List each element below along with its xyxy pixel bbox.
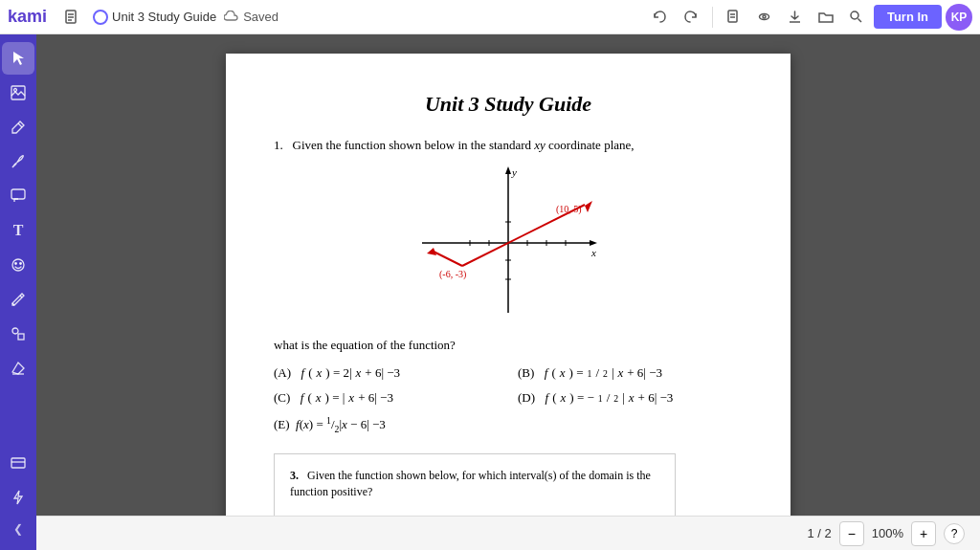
svg-point-17 <box>15 263 17 265</box>
svg-marker-27 <box>505 166 511 174</box>
help-btn[interactable]: ? <box>944 523 965 544</box>
svg-marker-33 <box>427 248 436 255</box>
question-1-text: 1. Given the function shown below in the… <box>274 136 743 155</box>
sidebar-item-pencil[interactable] <box>2 283 34 316</box>
svg-point-16 <box>12 259 24 271</box>
sidebar-item-gallery[interactable] <box>2 77 34 109</box>
svg-line-11 <box>858 19 862 23</box>
answer-c: (C) f(x) = |x + 6| −3 <box>274 390 499 406</box>
saved-status: Saved <box>224 10 278 24</box>
doc-name-container: Unit 3 Study Guide <box>93 10 216 25</box>
question-1-sub: what is the equation of the function? <box>274 336 743 355</box>
svg-rect-23 <box>11 458 25 468</box>
sidebar-item-shapes[interactable] <box>2 318 34 350</box>
doc-area: Unit 3 Study Guide 1. Given the function… <box>36 34 980 550</box>
svg-point-13 <box>14 89 17 92</box>
saved-label-text: Saved <box>243 10 278 24</box>
question-1-body: Given the function shown below in the st… <box>286 138 635 152</box>
answer-a: (A) f(x) = 2|x + 6| −3 <box>274 365 499 381</box>
page-title: Unit 3 Study Guide <box>274 92 743 117</box>
sidebar-item-cursor[interactable] <box>2 42 34 75</box>
sidebar-item-pen[interactable] <box>2 145 34 178</box>
topbar: kami Unit 3 Study Guide Saved <box>0 0 980 34</box>
cloud-icon <box>224 11 239 24</box>
svg-text:y: y <box>511 166 517 178</box>
redo-btn[interactable] <box>678 4 704 31</box>
zoom-level: 100% <box>872 526 903 540</box>
svg-point-20 <box>12 328 18 334</box>
sidebar-item-emoji[interactable] <box>2 249 34 281</box>
zoom-out-btn[interactable]: − <box>839 521 864 546</box>
answers-container: (A) f(x) = 2|x + 6| −3 (B) f(x) = 1/2|x … <box>274 365 743 406</box>
doc-title: Unit 3 Study Guide <box>112 10 216 24</box>
svg-rect-15 <box>11 189 25 199</box>
main-layout: T <box>0 34 980 550</box>
document-btn[interactable] <box>721 4 747 31</box>
svg-rect-4 <box>728 11 737 22</box>
graph-1-container: y x <box>274 165 743 322</box>
eye-btn[interactable] <box>751 4 778 31</box>
svg-point-10 <box>851 11 858 19</box>
svg-marker-34 <box>585 201 592 212</box>
avatar-btn[interactable]: KP <box>946 4 972 31</box>
sidebar-item-text[interactable]: T <box>2 214 34 247</box>
svg-line-19 <box>20 296 22 297</box>
svg-rect-21 <box>18 334 24 340</box>
kami-logo: kami <box>8 7 47 27</box>
answer-d: (D) f(x) = −1/2|x + 6| −3 <box>518 390 743 406</box>
svg-text:x: x <box>590 247 596 258</box>
zoom-in-btn[interactable]: + <box>911 521 936 546</box>
svg-marker-28 <box>590 240 597 246</box>
svg-point-8 <box>763 15 766 18</box>
undo-btn[interactable] <box>647 4 674 31</box>
question-1-number: 1. <box>274 138 283 152</box>
sidebar-item-erase[interactable] <box>2 352 34 385</box>
sidebar-item-lightning[interactable] <box>2 481 34 514</box>
answer-b: (B) f(x) = 1/2|x + 6| −3 <box>518 365 743 381</box>
bottom-bar: 1 / 2 − 100% + ? <box>36 516 980 550</box>
svg-point-18 <box>20 263 22 265</box>
sidebar-item-comment[interactable] <box>2 180 34 212</box>
svg-text:(10, 5): (10, 5) <box>556 204 582 215</box>
topbar-right: Turn In KP <box>647 4 972 31</box>
sidebar: T <box>0 34 36 550</box>
search-btn[interactable] <box>843 4 870 31</box>
svg-line-31 <box>432 251 462 266</box>
download-btn[interactable] <box>782 4 809 31</box>
sidebar-item-annotate[interactable] <box>2 111 34 143</box>
sidebar-collapse-btn[interactable]: ❮ <box>2 516 34 542</box>
page-info: 1 / 2 <box>807 526 831 540</box>
svg-text:(-6, -3): (-6, -3) <box>439 269 466 280</box>
question-1: 1. Given the function shown below in the… <box>274 136 743 434</box>
folder-btn[interactable] <box>813 4 839 31</box>
svg-line-14 <box>18 123 22 127</box>
page-content: Unit 3 Study Guide 1. Given the function… <box>226 54 791 550</box>
doc-status-icon <box>93 10 108 25</box>
answer-e: (E) f(x) = 1/2|x − 6| −3 <box>274 415 743 434</box>
file-icon-btn[interactable] <box>58 4 85 31</box>
graph-1-svg: y x <box>412 165 604 322</box>
sidebar-item-cards[interactable] <box>2 447 34 479</box>
question-3-text: 3. Given the function shown below, for w… <box>290 468 659 500</box>
turn-in-btn[interactable]: Turn In <box>874 5 942 29</box>
